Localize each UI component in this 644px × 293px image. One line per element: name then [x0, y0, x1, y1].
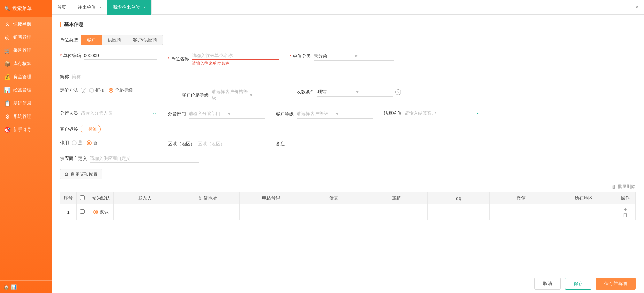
col-phone: 电话号码	[239, 192, 303, 204]
row-region-input[interactable]	[556, 208, 612, 216]
radio-yes-circle	[72, 140, 77, 145]
batch-delete-button[interactable]: 🗑 批量删除	[60, 184, 636, 190]
customer-level-placeholder: 请选择客户等级	[297, 111, 335, 117]
radio-yes-label: 是	[78, 140, 83, 146]
section-title-text: 基本信息	[64, 22, 84, 28]
row-default-radio[interactable]: 默认	[92, 209, 110, 215]
add-row-button[interactable]: +	[624, 206, 627, 212]
row-qq[interactable]	[427, 204, 490, 220]
delete-row-button[interactable]: 🗑	[623, 212, 628, 218]
select-all-checkbox[interactable]	[80, 195, 85, 200]
tab-home[interactable]: 首页	[52, 0, 72, 15]
tab-bar: 首页 往来单位 × 新增往来单位 × ×	[52, 0, 644, 15]
short-name-input[interactable]	[72, 73, 157, 81]
tab-new-partner[interactable]: 新增往来单位 ×	[107, 0, 151, 15]
finance-icon: 💰	[4, 74, 10, 80]
tag-add-button[interactable]: + 标签	[81, 125, 101, 133]
col-default: 设为默认	[88, 192, 114, 204]
manager-input[interactable]	[81, 109, 147, 117]
remark-input[interactable]	[288, 140, 373, 148]
address-input[interactable]	[180, 208, 236, 216]
pricing-label: 定价方法	[60, 87, 78, 93]
row-checkbox-cell	[77, 204, 88, 220]
row-region[interactable]	[552, 204, 615, 220]
window-close-button[interactable]: ×	[630, 0, 644, 15]
search-icon: 🔍	[4, 6, 10, 11]
unit-btn-supplier[interactable]: 供应商	[102, 35, 127, 45]
sidebar-item-basic[interactable]: 📋 基础信息	[0, 97, 52, 110]
sidebar-item-system[interactable]: ⚙ 系统管理	[0, 110, 52, 123]
remark-label: 备注	[276, 141, 285, 147]
customer-tag-label: 客户标签	[60, 126, 78, 132]
customer-price-level-select[interactable]: 请选择客户价格等级 ▼	[212, 87, 286, 103]
payment-condition-select[interactable]: 现结 ▼	[317, 87, 393, 97]
phone-input[interactable]	[243, 208, 299, 216]
sidebar-item-inventory[interactable]: 📦 库存核算	[0, 57, 52, 70]
col-wechat: 微信	[490, 192, 552, 204]
unit-type-row: 单位类型 客户 供应商 客户/供应商	[60, 35, 636, 45]
chart-icon: 📊	[11, 284, 17, 290]
settlement-unit-input[interactable]	[405, 109, 471, 117]
custom-settings-button[interactable]: ⚙ 自定义项设置	[60, 169, 102, 179]
radio-discount-circle	[89, 88, 94, 93]
sidebar-item-quick-nav[interactable]: ⊙ 快捷导航	[0, 17, 52, 31]
manager-more-button[interactable]: ···	[150, 110, 157, 116]
region-input[interactable]	[198, 140, 255, 148]
row-contact[interactable]	[114, 204, 176, 220]
sidebar-item-finance[interactable]: 💰 资金管理	[0, 70, 52, 83]
unit-category-select[interactable]: 未分类 ▼	[314, 51, 394, 61]
customer-level-label: 客户等级	[276, 111, 294, 117]
pricing-radio-price-level[interactable]: 价格等级	[109, 87, 133, 93]
row-email[interactable]	[365, 204, 427, 220]
contact-input[interactable]	[117, 208, 173, 216]
department-placeholder: 请输入分管部门	[189, 111, 227, 117]
radio-no-circle	[87, 140, 92, 145]
unit-name-input[interactable]	[192, 51, 279, 60]
department-select[interactable]: 请输入分管部门 ▼	[189, 109, 265, 119]
unit-btn-both[interactable]: 客户/供应商	[127, 35, 163, 45]
fax-input[interactable]	[306, 208, 361, 216]
table-row: 1 默认	[60, 204, 636, 220]
customer-level-select[interactable]: 请选择客户等级 ▼	[297, 109, 373, 119]
row-address[interactable]	[176, 204, 239, 220]
save-new-button[interactable]: 保存并新增	[596, 278, 636, 290]
main-area: 首页 往来单位 × 新增往来单位 × × 基本信息 单位类型 客户 供应商 客	[52, 0, 644, 293]
sidebar-item-operations[interactable]: 📊 经营管理	[0, 83, 52, 97]
tab-partners[interactable]: 往来单位 ×	[72, 0, 107, 15]
radio-no-label: 否	[93, 140, 97, 146]
unit-name-group: 单位名称 请输入往来单位名称	[168, 51, 279, 66]
unit-code-input[interactable]	[84, 51, 157, 60]
payment-help-icon[interactable]: ?	[395, 89, 401, 95]
pricing-help-icon[interactable]: ?	[81, 88, 86, 93]
unit-category-group: 单位分类 未分类 ▼	[290, 51, 394, 61]
row-checkbox[interactable]	[80, 209, 85, 214]
sidebar-item-label: 快捷导航	[13, 21, 31, 27]
cancel-button[interactable]: 取消	[534, 278, 561, 290]
sidebar-bottom[interactable]: 🏠 📊	[0, 280, 52, 293]
sidebar-item-sales[interactable]: ◎ 销售管理	[0, 31, 52, 44]
short-name-row: 简称	[60, 73, 636, 81]
tab-partners-close[interactable]: ×	[99, 5, 101, 9]
row-wechat[interactable]	[490, 204, 552, 220]
settlement-more-button[interactable]: ···	[474, 110, 481, 116]
region-more-button[interactable]: ···	[258, 141, 265, 147]
unit-btn-customer[interactable]: 客户	[81, 35, 102, 45]
pricing-radio-discount[interactable]: 折扣	[89, 87, 104, 93]
qq-input[interactable]	[431, 208, 486, 216]
sidebar-item-purchase[interactable]: 🛒 采购管理	[0, 44, 52, 57]
supplier-custom-input[interactable]	[90, 154, 199, 163]
email-input[interactable]	[369, 208, 424, 216]
sidebar-item-guide[interactable]: 🎯 新手引导	[0, 123, 52, 136]
disabled-radio-yes[interactable]: 是	[72, 140, 83, 146]
row-fax[interactable]	[303, 204, 365, 220]
sidebar-search[interactable]: 🔍 搜索菜单	[0, 3, 52, 15]
sidebar-item-label: 经营管理	[13, 87, 31, 93]
tab-new-partner-close[interactable]: ×	[143, 5, 146, 9]
unit-code-group: 单位编码	[60, 51, 157, 60]
disabled-radio-no[interactable]: 否	[87, 140, 97, 146]
save-button[interactable]: 保存	[565, 278, 591, 290]
payment-condition-value: 现结	[317, 89, 355, 95]
supplier-custom-row: 供应商自定义	[60, 154, 636, 163]
row-phone[interactable]	[239, 204, 303, 220]
wechat-input[interactable]	[493, 208, 548, 216]
